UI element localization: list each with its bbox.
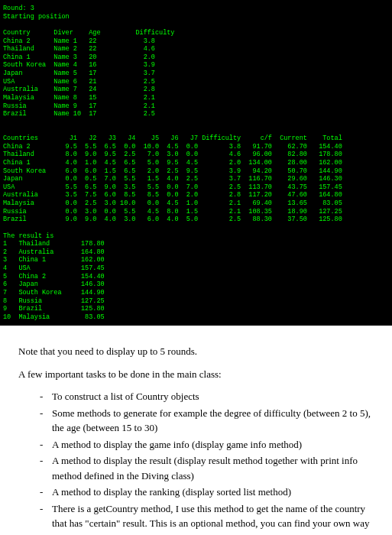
- intro-text: A few important tasks to be done in the …: [18, 367, 374, 382]
- task-item: A method to display the game info (displ…: [40, 437, 374, 452]
- task-item: Some methods to generate for example the…: [40, 406, 374, 436]
- task-item: To construct a list of Country objects: [40, 389, 374, 404]
- task-list: To construct a list of Country objectsSo…: [18, 389, 374, 535]
- task-item: There is a getCountry method, I use this…: [40, 501, 374, 535]
- terminal-output: Round: 3 Starting position Country Diver…: [0, 0, 392, 326]
- document-body: Note that you need to display up to 5 ro…: [0, 326, 392, 535]
- note-text: Note that you need to display up to 5 ro…: [18, 344, 374, 359]
- task-item: A method to display the result (display …: [40, 453, 374, 483]
- task-item: A method to display the ranking (display…: [40, 485, 374, 500]
